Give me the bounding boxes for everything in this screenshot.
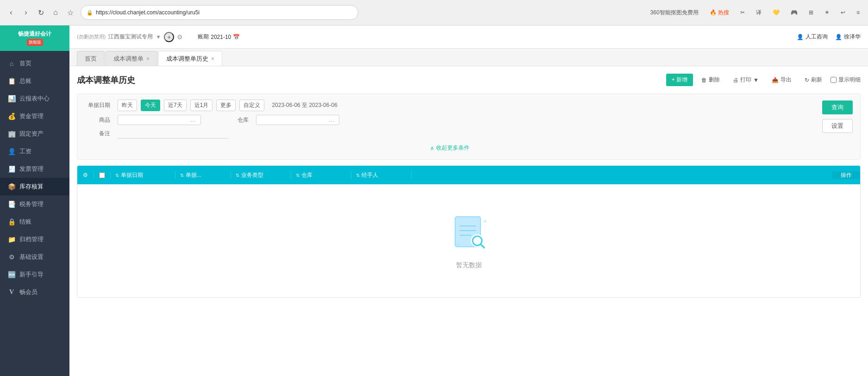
empty-state: 暂无数据: [77, 184, 860, 297]
salary-icon: 👤: [7, 148, 16, 155]
history-tool[interactable]: ↩: [837, 7, 849, 18]
date-yesterday-btn[interactable]: 昨天: [118, 100, 137, 111]
search-tool[interactable]: 360智能抠图免费用: [647, 7, 702, 19]
date-filter-group: 昨天 今天 近7天 近1月 更多 自定义 2023-06-06 至 2023-0…: [118, 100, 337, 111]
sidebar-item-settings[interactable]: ⚙ 基础设置: [0, 248, 69, 266]
tab-cost-adjust-label: 成本调整单: [113, 55, 144, 63]
date-7days-btn[interactable]: 近7天: [164, 100, 187, 111]
date-today-btn[interactable]: 今天: [141, 100, 160, 111]
wallet-tool[interactable]: 💛: [769, 7, 783, 18]
column-num[interactable]: ⇅ 单据...: [175, 171, 231, 179]
column-date[interactable]: ⇅ 单据日期: [111, 171, 175, 179]
page-header: 成本调整单历史 + 新增 🗑 删除 🖨 打印 ▼ 📤 导出: [77, 74, 861, 86]
main-content: (勿删勿禁用) 江西服宝测试专用 ▼ + ⚙ 账期 2021-10 📅 👤 人工…: [69, 25, 868, 376]
sidebar-item-close[interactable]: 🔒 结账: [0, 213, 69, 231]
show-details-checkbox[interactable]: 显示明细: [831, 76, 861, 84]
grid-tool[interactable]: ⊞: [805, 7, 817, 18]
topbar-company: (勿删勿禁用) 江西服宝测试专用 ▼ + ⚙: [77, 32, 183, 42]
translate-tool[interactable]: 译: [752, 7, 765, 19]
export-icon: 📤: [772, 77, 779, 83]
column-operator[interactable]: ⇅ 经手人: [351, 171, 412, 179]
tab-cost-adjust-history-close-icon[interactable]: ×: [211, 56, 214, 62]
back-button[interactable]: ‹: [5, 6, 18, 19]
column-num-label: 单据...: [186, 171, 201, 179]
add-company-button[interactable]: +: [164, 32, 174, 42]
company-dropdown-icon[interactable]: ▼: [156, 34, 161, 40]
company-name: 江西服宝测试专用: [108, 33, 153, 41]
select-all-checkbox[interactable]: [99, 172, 105, 178]
sidebar-item-member[interactable]: V 畅会员: [0, 283, 69, 301]
sidebar-item-inventory[interactable]: 📦 库存核算: [0, 178, 69, 195]
address-bar[interactable]: 🔒 https://cloud.chanjet.com/accounting/u…: [81, 5, 358, 20]
service-label: 人工咨询: [806, 33, 828, 41]
collapse-button[interactable]: ∧ 收起更多条件: [430, 144, 469, 152]
delete-button[interactable]: 🗑 删除: [697, 74, 724, 86]
show-details-input[interactable]: [831, 77, 837, 83]
sidebar-item-salary[interactable]: 👤 工资: [0, 143, 69, 160]
funds-icon: 💰: [7, 113, 16, 120]
print-dropdown-icon: ▼: [753, 77, 759, 83]
sidebar-item-fixed[interactable]: 🏢 固定资产: [0, 125, 69, 143]
sidebar-item-home[interactable]: ⌂ 首页: [0, 55, 69, 72]
sidebar-item-tax-label: 税务管理: [19, 200, 44, 208]
filter-body: 单据日期 昨天 今天 近7天 近1月 更多 自定义 2023-06-06 至 2…: [85, 100, 853, 154]
tab-cost-adjust[interactable]: 成本调整单 ×: [106, 51, 157, 66]
home-icon: ⌂: [7, 60, 16, 67]
tab-cost-adjust-close-icon[interactable]: ×: [146, 56, 150, 62]
settings-gear-icon[interactable]: ⚙: [177, 33, 183, 41]
column-operator-label: 经手人: [362, 171, 378, 179]
tax-icon: 📑: [7, 201, 16, 208]
sidebar-item-ledger[interactable]: 📋 总账: [0, 72, 69, 90]
reload-button[interactable]: ↻: [34, 6, 47, 19]
sidebar-item-home-label: 首页: [19, 59, 31, 68]
bookmark-button[interactable]: ☆: [64, 6, 77, 19]
tab-home[interactable]: 首页: [77, 51, 105, 66]
home-button[interactable]: ⌂: [49, 6, 62, 19]
forward-button[interactable]: ›: [19, 6, 32, 19]
hot-search-tool[interactable]: 🔥 热搜: [706, 7, 733, 19]
new-button[interactable]: + 新增: [666, 74, 693, 86]
svg-point-8: [456, 243, 459, 246]
sidebar-item-archive[interactable]: 📁 归档管理: [0, 231, 69, 248]
sidebar-item-guide[interactable]: 🆕 新手引导: [0, 266, 69, 283]
date-custom-btn[interactable]: 自定义: [239, 100, 264, 111]
column-settings-icon: ⚙: [83, 172, 88, 178]
close-period-icon: 🔒: [7, 218, 16, 226]
column-settings[interactable]: ⚙: [77, 172, 94, 178]
column-select-all[interactable]: [94, 172, 111, 178]
goods-filter-select[interactable]: …: [118, 115, 201, 125]
date-1month-btn[interactable]: 近1月: [190, 100, 213, 111]
topbar-user[interactable]: 👤 徐泽华: [835, 33, 861, 41]
filter-settings-button[interactable]: 设置: [822, 119, 853, 133]
url-text: https://cloud.chanjet.com/accounting/uru…: [96, 9, 200, 16]
sidebar-item-tax[interactable]: 📑 税务管理: [0, 195, 69, 213]
topbar-period: 账期 2021-10 📅: [198, 33, 240, 41]
goods-filter-label: 商品: [85, 116, 110, 124]
sidebar-item-funds[interactable]: 💰 资金管理: [0, 107, 69, 125]
delete-icon: 🗑: [701, 77, 707, 83]
note-filter-input[interactable]: [118, 129, 229, 138]
print-button[interactable]: 🖨 打印 ▼: [728, 74, 763, 86]
refresh-button[interactable]: ↻ 刷新: [800, 74, 827, 86]
table-container: ⚙ ⇅ 单据日期 ⇅ 单据... ⇅ 业务类型: [77, 165, 861, 298]
period-label: 账期: [198, 33, 209, 41]
logo-text: 畅捷通好会计: [18, 31, 51, 38]
warehouse-filter-select[interactable]: …: [256, 115, 339, 125]
game-tool[interactable]: 🎮: [787, 7, 801, 18]
column-actions-label: 操作: [841, 171, 852, 179]
date-more-btn[interactable]: 更多: [216, 100, 236, 111]
tab-cost-adjust-history[interactable]: 成本调整单历史 ×: [158, 51, 222, 66]
calendar-icon[interactable]: 📅: [233, 34, 240, 40]
query-button[interactable]: 查询: [822, 100, 853, 114]
browser-chrome: ‹ › ↻ ⌂ ☆ 🔒 https://cloud.chanjet.com/ac…: [0, 0, 868, 25]
brightness-tool[interactable]: ☀: [821, 7, 833, 18]
collapse-label: 收起更多条件: [436, 144, 469, 152]
more-tool[interactable]: ≡: [853, 7, 863, 18]
column-warehouse[interactable]: ⇅ 仓库: [291, 171, 351, 179]
export-button[interactable]: 📤 导出: [767, 74, 796, 86]
sidebar-item-reports[interactable]: 📊 云报表中心: [0, 90, 69, 107]
cut-tool[interactable]: ✂: [737, 7, 749, 18]
sidebar-item-invoice[interactable]: 🧾 发票管理: [0, 160, 69, 178]
column-biztype[interactable]: ⇅ 业务类型: [231, 171, 291, 179]
topbar-service[interactable]: 👤 人工咨询: [797, 33, 828, 41]
